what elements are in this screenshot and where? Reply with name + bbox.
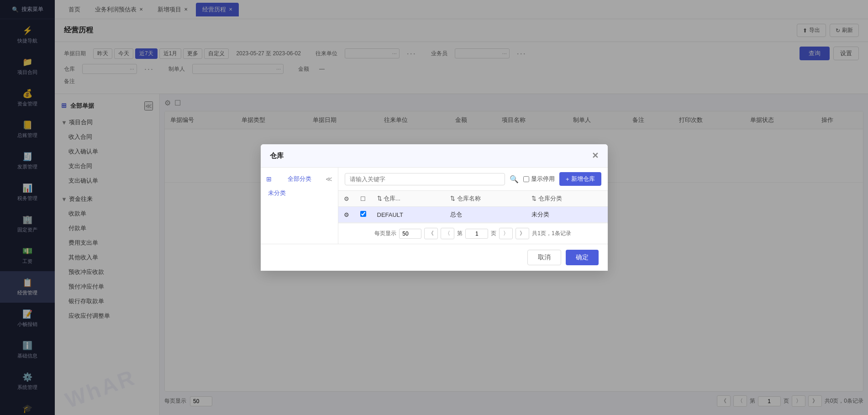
- modal-tree-collapse-button[interactable]: ≪: [326, 175, 332, 183]
- modal-page-label-pre: 第: [457, 230, 463, 237]
- warehouse-search-input[interactable]: [345, 173, 505, 185]
- row-name: 总仓: [445, 207, 526, 223]
- modal-toolbar: 🔍 显示停用 + 新增仓库: [338, 168, 608, 191]
- modal-tree-header[interactable]: ⊞ 全部分类 ≪: [261, 172, 338, 186]
- modal-pagination: 每页显示 50 100 《 〈 第 页 〉 》 共1页，1条记录: [338, 223, 608, 244]
- modal-table: ⚙ ☐ ⇅ 仓库... ⇅ 仓库名称 ⇅ 仓库分类: [338, 191, 608, 223]
- modal-footer: 取消 确定: [261, 244, 608, 271]
- show-disabled-checkbox-label[interactable]: 显示停用: [523, 175, 555, 183]
- modal-per-page-select[interactable]: 50 100: [399, 229, 421, 239]
- modal-tree-all-label: 全部分类: [288, 175, 311, 183]
- modal-overlay[interactable]: 仓库 ✕ ⊞ 全部分类 ≪ 未分类 🔍 显示停用: [0, 0, 868, 415]
- modal-close-button[interactable]: ✕: [592, 151, 599, 161]
- modal-table-row[interactable]: ⚙ DEFAULT 总仓 未分类: [338, 207, 608, 223]
- modal-col-category: ⇅ 仓库分类: [526, 191, 607, 207]
- modal-col-code: ⇅ 仓库...: [372, 191, 445, 207]
- show-disabled-checkbox[interactable]: [523, 176, 529, 182]
- modal-tree-item-unclassified[interactable]: 未分类: [261, 186, 338, 200]
- modal-page-input[interactable]: [465, 229, 488, 239]
- modal-header: 仓库 ✕: [261, 144, 608, 168]
- sort-icon: ⇅: [377, 195, 382, 202]
- row-check[interactable]: [355, 207, 372, 223]
- cancel-button[interactable]: 取消: [527, 250, 561, 265]
- row-gear: ⚙: [338, 207, 355, 223]
- add-warehouse-label: 新增仓库: [571, 175, 595, 183]
- plus-icon: +: [566, 176, 569, 183]
- modal-col-gear: ⚙: [338, 191, 355, 207]
- warehouse-modal: 仓库 ✕ ⊞ 全部分类 ≪ 未分类 🔍 显示停用: [261, 144, 608, 271]
- row-code: DEFAULT: [372, 207, 445, 223]
- modal-col-name: ⇅ 仓库名称: [445, 191, 526, 207]
- modal-prev-page-button[interactable]: 〈: [441, 228, 454, 239]
- grid-icon-modal: ⊞: [266, 175, 272, 183]
- confirm-button[interactable]: 确定: [566, 250, 599, 265]
- modal-total-text: 共1页，1条记录: [532, 230, 571, 237]
- modal-tree: ⊞ 全部分类 ≪ 未分类: [261, 168, 338, 244]
- add-warehouse-button[interactable]: + 新增仓库: [559, 172, 601, 186]
- row-category: 未分类: [526, 207, 607, 223]
- sort-icon-3: ⇅: [531, 195, 537, 202]
- modal-per-page-label: 每页显示: [374, 230, 396, 237]
- modal-body: ⊞ 全部分类 ≪ 未分类 🔍 显示停用 + 新增仓库: [261, 168, 608, 244]
- sort-icon-2: ⇅: [450, 195, 455, 202]
- modal-title: 仓库: [270, 152, 284, 160]
- show-disabled-label: 显示停用: [531, 175, 555, 183]
- modal-table-container: ⚙ ☐ ⇅ 仓库... ⇅ 仓库名称 ⇅ 仓库分类: [338, 191, 608, 223]
- modal-first-page-button[interactable]: 《: [424, 228, 438, 239]
- modal-last-page-button[interactable]: 》: [516, 228, 529, 239]
- search-icon[interactable]: 🔍: [510, 175, 519, 184]
- modal-page-label: 页: [491, 230, 496, 237]
- modal-next-page-button[interactable]: 〉: [499, 228, 513, 239]
- modal-col-check: ☐: [355, 191, 372, 207]
- modal-right: 🔍 显示停用 + 新增仓库 ⚙ ☐: [338, 168, 608, 244]
